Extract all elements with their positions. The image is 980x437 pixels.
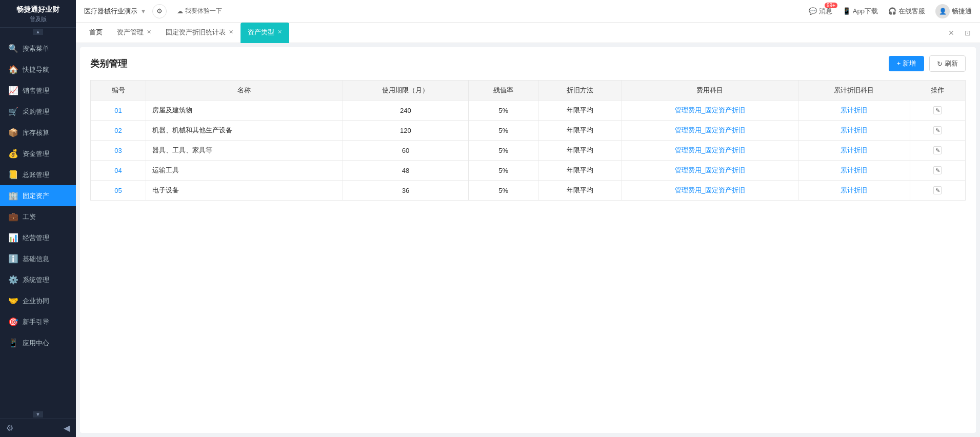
refresh-button[interactable]: ↻ 刷新 [929, 55, 966, 72]
cell-code[interactable]: 04 [91, 161, 146, 181]
tab-asset-type[interactable]: 资产类型 ✕ [241, 23, 289, 43]
col-code: 编号 [91, 81, 146, 101]
sidebar-item-fixed-assets[interactable]: 🏢 固定资产 [0, 185, 76, 206]
sidebar-footer: ⚙ ◀ [0, 419, 76, 437]
cell-name: 运输工具 [146, 161, 343, 181]
cell-name: 房屋及建筑物 [146, 101, 343, 121]
cell-period: 36 [343, 181, 469, 201]
app-download-action[interactable]: 📱 App下载 [843, 7, 878, 16]
edit-icon[interactable]: ✎ [933, 106, 942, 114]
tab-depreciation[interactable]: 固定资产折旧统计表 ✕ [158, 23, 241, 43]
sidebar-item-enterprise[interactable]: 🤝 企业协同 [0, 290, 76, 311]
sidebar: 畅捷通好业财 普及版 ▲ 🔍 搜索菜单 🏠 快捷导航 📈 销售管理 🛒 采购管理… [0, 0, 76, 437]
sidebar-item-label: 新手引导 [23, 317, 49, 327]
scroll-up-btn[interactable]: ▲ [33, 29, 43, 35]
sidebar-item-label: 总账管理 [23, 170, 49, 180]
tab-close-icon[interactable]: ✕ [147, 29, 151, 35]
table-row: 03 器具、工具、家具等 60 5% 年限平均 管理费用_固定资产折旧 累计折旧… [91, 141, 966, 161]
refresh-icon: ↻ [937, 60, 943, 68]
edit-icon[interactable]: ✎ [933, 126, 942, 134]
cell-accum[interactable]: 累计折旧 [798, 141, 910, 161]
cell-residual: 5% [469, 181, 538, 201]
sidebar-item-salary[interactable]: 💼 工资 [0, 206, 76, 227]
cell-expense[interactable]: 管理费用_固定资产折旧 [622, 141, 798, 161]
experience-label: 我要体验一下 [185, 7, 222, 15]
tab-asset-mgmt[interactable]: 资产管理 ✕ [110, 23, 158, 43]
sidebar-item-inventory[interactable]: 📦 库存核算 [0, 122, 76, 143]
collapse-icon[interactable]: ◀ [64, 423, 70, 433]
cell-code[interactable]: 02 [91, 121, 146, 141]
sidebar-item-app-center[interactable]: 📱 应用中心 [0, 332, 76, 353]
edit-icon[interactable]: ✎ [933, 166, 942, 174]
online-service-action[interactable]: 🎧 在线客服 [888, 7, 925, 16]
logo-sub: 普及版 [30, 15, 47, 23]
cell-action[interactable]: ✎ [910, 121, 965, 141]
sidebar-item-label: 工资 [23, 212, 36, 222]
maximize-window-btn[interactable]: ⊡ [962, 27, 974, 39]
experience-button[interactable]: ☁ 我要体验一下 [173, 5, 226, 17]
search-icon: 🔍 [8, 44, 18, 53]
col-method: 折旧方法 [538, 81, 622, 101]
sidebar-item-label: 库存核算 [23, 128, 49, 137]
sidebar-item-operations[interactable]: 📊 经营管理 [0, 227, 76, 248]
cell-accum[interactable]: 累计折旧 [798, 161, 910, 181]
edit-icon[interactable]: ✎ [933, 186, 942, 194]
sidebar-item-beginner[interactable]: 🎯 新手引导 [0, 311, 76, 332]
cell-expense[interactable]: 管理费用_固定资产折旧 [622, 181, 798, 201]
cell-accum[interactable]: 累计折旧 [798, 101, 910, 121]
cell-code[interactable]: 03 [91, 141, 146, 161]
close-window-btn[interactable]: ✕ [945, 27, 957, 39]
cell-accum[interactable]: 累计折旧 [798, 181, 910, 201]
cell-accum[interactable]: 累计折旧 [798, 121, 910, 141]
window-controls: ✕ ⊡ [945, 27, 974, 39]
cell-action[interactable]: ✎ [910, 101, 965, 121]
salary-icon: 💼 [8, 212, 18, 222]
edit-icon[interactable]: ✎ [933, 146, 942, 154]
tab-home[interactable]: 首页 [82, 23, 110, 43]
table-row: 04 运输工具 48 5% 年限平均 管理费用_固定资产折旧 累计折旧 ✎ [91, 161, 966, 181]
cell-action[interactable]: ✎ [910, 141, 965, 161]
cell-method: 年限平均 [538, 101, 622, 121]
ledger-icon: 📒 [8, 170, 18, 180]
sidebar-item-label: 采购管理 [23, 107, 49, 116]
cell-code[interactable]: 05 [91, 181, 146, 201]
settings-icon[interactable]: ⚙ [6, 423, 13, 433]
sidebar-item-ledger[interactable]: 📒 总账管理 [0, 164, 76, 185]
cell-expense[interactable]: 管理费用_固定资产折旧 [622, 121, 798, 141]
message-action[interactable]: 💬 消息 99+ [809, 7, 832, 16]
cell-method: 年限平均 [538, 141, 622, 161]
cell-code[interactable]: 01 [91, 101, 146, 121]
page-header: 类别管理 + 新增 ↻ 刷新 [90, 55, 966, 72]
app-center-icon: 📱 [8, 338, 18, 348]
company-name: 医疗器械行业演示 [84, 7, 137, 16]
sidebar-item-purchase[interactable]: 🛒 采购管理 [0, 101, 76, 122]
sidebar-item-basic-info[interactable]: ℹ️ 基础信息 [0, 248, 76, 269]
message-icon: 💬 [809, 7, 817, 15]
header-right: 💬 消息 99+ 📱 App下载 🎧 在线客服 👤 畅捷通 [809, 4, 972, 18]
cell-expense[interactable]: 管理费用_固定资产折旧 [622, 161, 798, 181]
cell-action[interactable]: ✎ [910, 161, 965, 181]
fixed-assets-icon: 🏢 [8, 191, 18, 201]
system-icon: ⚙️ [8, 275, 18, 285]
inventory-icon: 📦 [8, 128, 18, 137]
tab-close-icon[interactable]: ✕ [277, 29, 282, 35]
sidebar-item-system[interactable]: ⚙️ 系统管理 [0, 269, 76, 290]
settings-button[interactable]: ⚙ [152, 4, 167, 18]
sidebar-item-capital[interactable]: 💰 资金管理 [0, 143, 76, 164]
scroll-down-btn[interactable]: ▼ [33, 411, 43, 418]
sidebar-item-quick-nav[interactable]: 🏠 快捷导航 [0, 59, 76, 80]
sales-icon: 📈 [8, 86, 18, 95]
sidebar-item-label: 固定资产 [23, 191, 49, 201]
cell-expense[interactable]: 管理费用_固定资产折旧 [622, 101, 798, 121]
tab-close-icon[interactable]: ✕ [229, 29, 233, 35]
user-action[interactable]: 👤 畅捷通 [935, 4, 972, 18]
cell-action[interactable]: ✎ [910, 181, 965, 201]
download-icon: 📱 [843, 7, 851, 15]
col-accum: 累计折旧科目 [798, 81, 910, 101]
new-button[interactable]: + 新增 [889, 56, 924, 71]
sidebar-item-search[interactable]: 🔍 搜索菜单 [0, 38, 76, 59]
sidebar-item-sales[interactable]: 📈 销售管理 [0, 80, 76, 101]
sidebar-item-label: 资金管理 [23, 149, 49, 158]
company-selector[interactable]: 医疗器械行业演示 ▼ [84, 7, 146, 16]
sidebar-item-label: 搜索菜单 [23, 44, 49, 53]
